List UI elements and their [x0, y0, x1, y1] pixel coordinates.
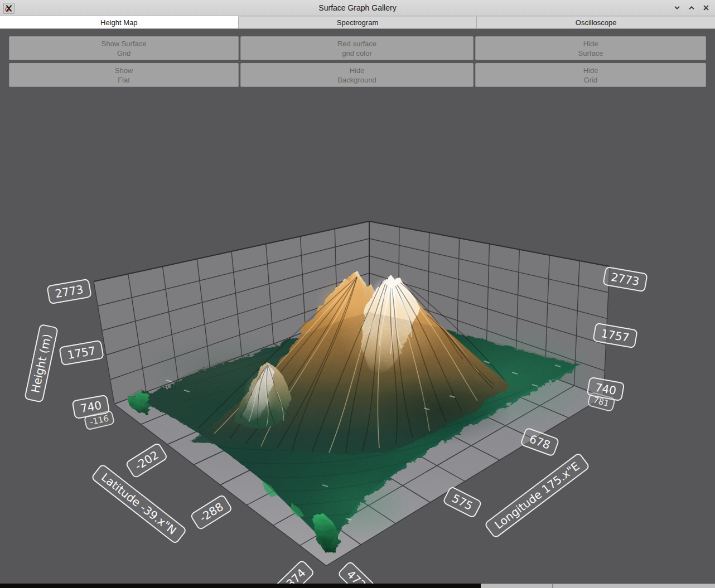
terrain-surface — [112, 268, 600, 571]
show-flat-button[interactable]: Show Flat — [9, 63, 239, 87]
bottom-strip-light — [481, 584, 715, 588]
hide-grid-button[interactable]: Hide Grid — [475, 63, 706, 87]
red-surface-grid-color-button[interactable]: Red surface grid color — [240, 36, 474, 60]
toolbar: Show Surface Grid Red surface grid color… — [9, 36, 706, 87]
tab-bar: Height Map Spectrogram Oscilloscope — [0, 16, 715, 29]
window-titlebar[interactable]: Surface Graph Gallery — [0, 0, 715, 16]
tab-spectrogram[interactable]: Spectrogram — [239, 16, 477, 28]
bottom-strip-dark — [0, 584, 481, 588]
window-maximize-icon[interactable] — [687, 3, 696, 12]
window-minimize-icon[interactable] — [673, 3, 682, 12]
surface-3d-view[interactable] — [0, 0, 715, 588]
chart-back-walls — [94, 221, 610, 404]
window-close-icon[interactable] — [702, 3, 711, 12]
hide-background-button[interactable]: Hide Background — [240, 63, 474, 87]
tab-oscilloscope[interactable]: Oscilloscope — [477, 16, 715, 28]
show-surface-grid-button[interactable]: Show Surface Grid — [9, 36, 239, 60]
window-title: Surface Graph Gallery — [0, 0, 715, 16]
surface-graph-canvas — [0, 0, 715, 588]
hide-surface-button[interactable]: Hide Surface — [475, 36, 706, 60]
bottom-strip-divider — [552, 584, 553, 588]
tab-height-map[interactable]: Height Map — [0, 16, 239, 28]
